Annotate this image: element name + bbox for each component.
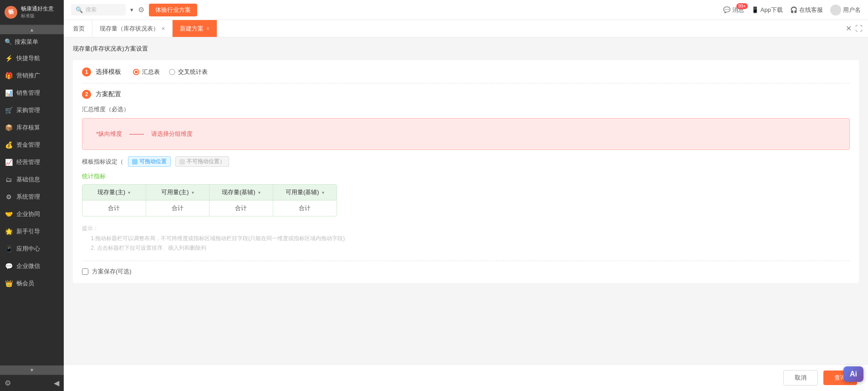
stats-sub-current-aux: 合计 <box>235 204 247 212</box>
trial-btn[interactable]: 体验行业方案 <box>149 4 197 16</box>
bottom-bar: 取消 查询 <box>64 364 868 391</box>
draggable-swatch <box>132 159 138 165</box>
sidebar-item-operation[interactable]: 📈 经营管理 <box>0 154 64 171</box>
sidebar-item-system[interactable]: ⚙ 系统管理 <box>0 188 64 206</box>
sidebar-item-marketing[interactable]: 🎁 营销推广 <box>0 67 64 84</box>
purchase-icon: 🛒 <box>5 106 13 114</box>
tab-inventory-status[interactable]: 现存量（库存状况表） × <box>92 20 173 37</box>
app-name: 畅康通好生意 <box>21 5 54 13</box>
topbar-dropdown[interactable]: ▾ <box>130 6 133 13</box>
sidebar-item-wechat[interactable]: 💬 企业微信 <box>0 257 64 275</box>
available-main-dropdown-arrow[interactable]: ▾ <box>192 190 194 195</box>
save-option: 方案保存(可选) <box>82 268 850 276</box>
tab-new-scheme-close[interactable]: × <box>206 26 209 32</box>
sidebar-nav: ⚡ 快捷导航 🎁 营销推广 📊 销售管理 🛒 采购管理 📦 库存核算 💰 资金管… <box>0 50 64 365</box>
sidebar-scroll-down[interactable]: ▼ <box>0 365 64 375</box>
stats-header-current-main[interactable]: 现存量(主) ▾ <box>82 185 146 200</box>
sidebar-item-quick-nav[interactable]: ⚡ 快捷导航 <box>0 50 64 67</box>
chevron-down-icon: ▾ <box>130 6 133 13</box>
current-aux-dropdown-arrow[interactable]: ▾ <box>258 190 260 195</box>
stats-header-available-main-label: 可用量(主) <box>161 188 189 196</box>
collapse-icon[interactable]: ◀ <box>54 379 59 387</box>
app-logo-icon: 畅 <box>5 6 17 19</box>
tabs-actions: ✕ ⛶ <box>840 24 868 33</box>
radio-summary[interactable]: 汇总表 <box>133 68 160 76</box>
step2-header: 2 方案配置 <box>82 90 850 99</box>
sidebar-item-label: 系统管理 <box>16 193 40 201</box>
dimension-box[interactable]: *纵向维度 —— 请选择分组维度 <box>82 118 850 150</box>
sidebar-item-finance[interactable]: 💰 资金管理 <box>0 136 64 154</box>
message-btn[interactable]: 💬 消息 99+ <box>723 6 744 14</box>
sidebar-item-label: 新手引导 <box>16 227 40 236</box>
sidebar-item-app-center[interactable]: 📱 应用中心 <box>0 240 64 257</box>
tab-home-label: 首页 <box>73 25 85 33</box>
stats-header-available-aux-label: 可用量(基辅) <box>286 188 319 196</box>
content-area: 现存量(库存状况表)方案设置 1 选择模板 汇总表 交叉统计表 <box>64 37 868 364</box>
stats-table-header: 现存量(主) ▾ 可用量(主) ▾ 现存量(基辅) ▾ 可用量(基辅) <box>82 185 337 200</box>
save-checkbox[interactable] <box>82 268 88 275</box>
sidebar-search-menu[interactable]: 🔍 搜索菜单 <box>0 34 64 50</box>
topbar-search-text: 搜索 <box>86 6 97 14</box>
locked-swatch <box>179 159 185 165</box>
available-aux-dropdown-arrow[interactable]: ▾ <box>322 190 324 195</box>
locked-label: 不可拖动位置） <box>187 158 225 165</box>
save-option-label: 方案保存(可选) <box>92 268 132 276</box>
sidebar-item-label: 畅会员 <box>16 279 34 288</box>
headset-icon: 🎧 <box>790 6 797 13</box>
step2-number: 2 <box>82 90 91 99</box>
quick-nav-icon: ⚡ <box>5 54 13 62</box>
stats-section: 统计指标 现存量(主) ▾ 可用量(主) ▾ 现存量(基辅) <box>82 172 850 216</box>
sidebar-item-label: 营销推广 <box>16 72 40 80</box>
avatar <box>830 5 841 15</box>
gear-icon[interactable]: ⚙ <box>138 5 144 14</box>
user-btn[interactable]: 用户名 <box>830 5 861 15</box>
tabs-bar: 首页 现存量（库存状况表） × 新建方案 × ✕ ⛶ <box>64 20 868 37</box>
app-edition: 标准版 <box>21 13 54 19</box>
sidebar-item-purchase[interactable]: 🛒 采购管理 <box>0 102 64 119</box>
tab-inventory-status-close[interactable]: × <box>162 26 165 32</box>
member-icon: 👑 <box>5 279 13 288</box>
tab-new-scheme[interactable]: 新建方案 × <box>173 20 217 37</box>
step1-header: 1 选择模板 汇总表 交叉统计表 <box>82 67 850 77</box>
sidebar-item-new-guide[interactable]: 🌟 新手引导 <box>0 223 64 240</box>
stats-header-available-main[interactable]: 可用量(主) ▾ <box>146 185 210 200</box>
current-main-dropdown-arrow[interactable]: ▾ <box>128 190 130 195</box>
stats-sub-available-main: 合计 <box>172 204 184 212</box>
stats-body-available-aux: 合计 <box>273 200 337 216</box>
stats-header-available-aux[interactable]: 可用量(基辅) ▾ <box>273 185 337 200</box>
step2-title: 方案配置 <box>96 90 121 98</box>
sidebar-item-label: 经营管理 <box>16 158 40 166</box>
tab-close-all-icon[interactable]: ✕ <box>846 24 852 33</box>
ai-fab-button[interactable]: Ai <box>843 366 863 382</box>
step1-divider <box>82 83 850 83</box>
sidebar-bottom: ⚙ ◀ <box>0 375 64 391</box>
tip-line-1: 1.拖动标题栏可以调整布局，不可跨维度或指标区域拖动栏目字段(只能在同一维度或指… <box>82 234 850 244</box>
tab-expand-icon[interactable]: ⛶ <box>855 25 863 33</box>
sidebar: 畅 畅康通好生意 标准版 ▲ 🔍 搜索菜单 ⚡ 快捷导航 🎁 营销推广 📊 销售… <box>0 0 64 391</box>
sidebar-item-label: 快捷导航 <box>16 54 40 62</box>
sidebar-item-base-info[interactable]: 🗂 基础信息 <box>0 171 64 188</box>
dimension-arrow: —— <box>129 130 144 138</box>
inventory-icon: 📦 <box>5 123 13 132</box>
radio-summary-circle <box>133 69 139 75</box>
stats-header-current-aux[interactable]: 现存量(基辅) ▾ <box>209 185 273 200</box>
cancel-button[interactable]: 取消 <box>783 370 818 386</box>
online-service-btn[interactable]: 🎧 在线客服 <box>790 6 823 14</box>
sidebar-item-label: 基础信息 <box>16 175 40 184</box>
stats-sub-current-main: 合计 <box>108 204 120 212</box>
radio-cross[interactable]: 交叉统计表 <box>169 68 208 76</box>
sidebar-scroll-up[interactable]: ▲ <box>0 25 64 34</box>
tip-text-2: 2. 点击标题栏下拉可设置排序、插入列和删除列 <box>91 243 206 253</box>
phone-icon: 📱 <box>751 6 759 13</box>
enterprise-icon: 🤝 <box>5 210 13 218</box>
topbar-search-area: 🔍 搜索 <box>71 4 126 15</box>
sidebar-item-enterprise[interactable]: 🤝 企业协同 <box>0 206 64 223</box>
sidebar-item-sales[interactable]: 📊 销售管理 <box>0 84 64 102</box>
wechat-icon: 💬 <box>5 262 13 270</box>
sidebar-item-label: 应用中心 <box>16 245 40 253</box>
tab-home[interactable]: 首页 <box>64 20 92 37</box>
app-download-btn[interactable]: 📱 App下载 <box>751 6 783 14</box>
settings-icon[interactable]: ⚙ <box>5 379 11 387</box>
sidebar-item-inventory[interactable]: 📦 库存核算 <box>0 119 64 136</box>
sidebar-item-member[interactable]: 👑 畅会员 <box>0 275 64 292</box>
